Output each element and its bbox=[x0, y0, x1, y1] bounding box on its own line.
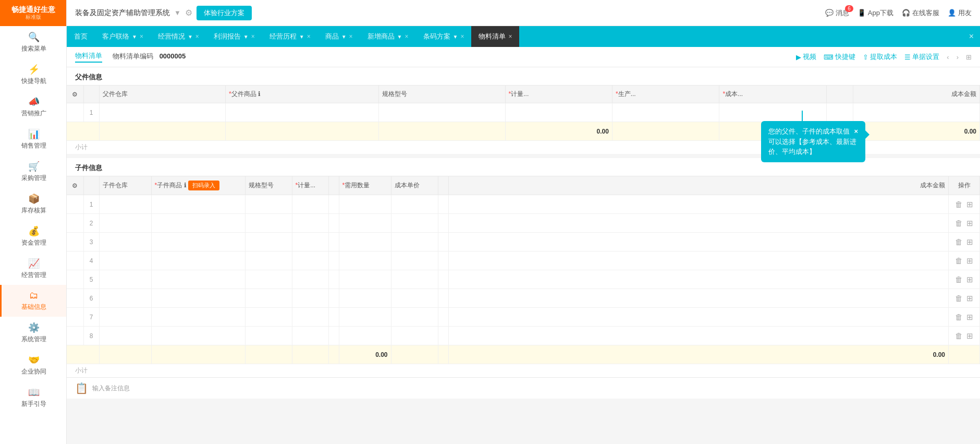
action-shortcut[interactable]: ⌨ 快捷键 bbox=[824, 52, 855, 62]
copy-row4-icon[interactable]: ⊞ bbox=[966, 256, 973, 265]
parent-col-sort bbox=[826, 86, 853, 103]
child-section: 子件信息 ⚙ 子件仓库 *子件商品 ℹ 扫码录入 规格型号 *计量... bbox=[67, 158, 980, 377]
sidebar-item-corp[interactable]: 🤝 企业协同 bbox=[0, 349, 66, 381]
tab-customer[interactable]: 客户联络 ▼ × bbox=[95, 26, 151, 47]
sub-tab-list[interactable]: 物料清单 bbox=[75, 51, 102, 63]
tooltip-close-button[interactable]: × bbox=[854, 126, 858, 137]
copy-row8-icon[interactable]: ⊞ bbox=[966, 331, 973, 340]
parent-row1-extra bbox=[826, 103, 853, 122]
sidebar-item-basic[interactable]: 🗂 基础信息 bbox=[0, 285, 66, 317]
logo-text: 畅捷通好生意 bbox=[11, 5, 55, 14]
parent-row1-cost[interactable] bbox=[719, 103, 826, 122]
grid-view-icon[interactable]: ⊞ bbox=[966, 53, 972, 61]
service-icon: 🎧 bbox=[902, 9, 910, 17]
copy-row5-icon[interactable]: ⊞ bbox=[966, 275, 973, 284]
user-item[interactable]: 👤 用友 bbox=[948, 8, 972, 18]
sidebar-item-finance[interactable]: 💰 资金管理 bbox=[0, 220, 66, 253]
nav-prev-icon[interactable]: ‹ bbox=[947, 53, 949, 61]
child-subtotal-text: 小计 bbox=[75, 367, 88, 374]
sidebar-item-label: 企业协同 bbox=[21, 367, 46, 376]
sidebar-item-system[interactable]: ⚙️ 系统管理 bbox=[0, 317, 66, 349]
child-col-amount: 成本金额 bbox=[448, 176, 949, 195]
action-extract-cost[interactable]: ⇧ 提取成本 bbox=[863, 52, 897, 62]
copy-row6-icon[interactable]: ⊞ bbox=[966, 294, 973, 303]
delete-row2-icon[interactable]: 🗑 bbox=[955, 219, 963, 227]
delete-row4-icon[interactable]: 🗑 bbox=[955, 256, 963, 265]
parent-row1-spec[interactable] bbox=[379, 103, 505, 122]
child-col-spec: 规格型号 bbox=[245, 176, 292, 195]
scan-input-button[interactable]: 扫码录入 bbox=[188, 181, 219, 190]
sub-header: 物料清单 物料清单编码 0000005 ▶ 视频 ⌨ 快捷键 ⇧ 提取成本 bbox=[67, 47, 980, 67]
child-col-qty: *需用数量 bbox=[339, 176, 391, 195]
sub-header-actions: ▶ 视频 ⌨ 快捷键 ⇧ 提取成本 ☰ 单据设置 ‹ › ⊞ bbox=[796, 52, 972, 62]
action-single-settings[interactable]: ☰ 单据设置 bbox=[904, 52, 939, 62]
tab-history-label: 经营历程 bbox=[270, 32, 297, 41]
sub-tab-edit-label[interactable]: 物料清单编码 bbox=[113, 52, 153, 60]
sidebar-item-purchase[interactable]: 🛒 采购管理 bbox=[0, 155, 66, 188]
tab-customer-close[interactable]: × bbox=[140, 33, 143, 40]
tab-history-close[interactable]: × bbox=[307, 33, 311, 40]
copy-row2-icon[interactable]: ⊞ bbox=[966, 219, 973, 227]
parent-row1-warehouse[interactable] bbox=[99, 103, 225, 122]
tab-history[interactable]: 经营历程 ▼ × bbox=[262, 26, 318, 47]
sidebar-item-sales[interactable]: 📊 销售管理 bbox=[0, 123, 66, 155]
tab-new-goods[interactable]: 新增商品 ▼ × bbox=[360, 26, 416, 47]
sidebar-item-inventory[interactable]: 📦 库存核算 bbox=[0, 188, 66, 220]
delete-row3-icon[interactable]: 🗑 bbox=[955, 237, 963, 246]
tab-profit[interactable]: 利润报告 ▼ × bbox=[206, 26, 262, 47]
trial-button[interactable]: 体验行业方案 bbox=[197, 6, 252, 20]
child-col-unit-cost: 成本单价 bbox=[391, 176, 438, 195]
online-service-item[interactable]: 🎧 在线客服 bbox=[902, 8, 939, 18]
bottom-bar: 📋 输入备注信息 bbox=[67, 377, 980, 399]
tab-home[interactable]: 首页 bbox=[67, 26, 95, 47]
tooltip-popup: × 您的父件、子件的成本取值可以选择【参考成本、最新进价、平均成本】 bbox=[761, 121, 865, 162]
parent-row1-goods[interactable] bbox=[225, 103, 378, 122]
tab-goods-close[interactable]: × bbox=[349, 33, 353, 40]
nav-next-icon[interactable]: › bbox=[957, 53, 959, 61]
notes-hint[interactable]: 输入备注信息 bbox=[92, 384, 130, 393]
inventory-icon: 📦 bbox=[28, 193, 40, 205]
settings-icon[interactable]: ⚙ bbox=[185, 8, 192, 18]
sidebar-item-marketing[interactable]: 📣 营销推广 bbox=[0, 91, 66, 123]
copy-row3-icon[interactable]: ⊞ bbox=[966, 237, 973, 246]
tab-barcode-close[interactable]: × bbox=[460, 33, 464, 40]
online-service-label: 在线客服 bbox=[912, 8, 939, 18]
sidebar-item-label: 资金管理 bbox=[21, 238, 46, 247]
parent-row1-unit[interactable] bbox=[505, 103, 612, 122]
delete-row1-icon[interactable]: 🗑 bbox=[955, 200, 963, 209]
copy-row1-icon[interactable]: ⊞ bbox=[966, 200, 973, 209]
action-view[interactable]: ▶ 视频 bbox=[796, 52, 816, 62]
parent-row1-amount bbox=[853, 103, 980, 122]
sidebar-item-quick[interactable]: ⚡ 快捷导航 bbox=[0, 58, 66, 91]
notes-icon: 📋 bbox=[75, 382, 88, 394]
message-item[interactable]: 💬 消息 6 bbox=[825, 8, 849, 18]
tab-bom[interactable]: 物料清单 × bbox=[471, 26, 519, 47]
copy-row7-icon[interactable]: ⊞ bbox=[966, 313, 973, 321]
delete-row6-icon[interactable]: 🗑 bbox=[955, 294, 963, 303]
delete-row5-icon[interactable]: 🗑 bbox=[955, 275, 963, 284]
parent-row1-produce[interactable] bbox=[612, 103, 719, 122]
tab-goods[interactable]: 商品 ▼ × bbox=[318, 26, 360, 47]
delete-row8-icon[interactable]: 🗑 bbox=[955, 331, 963, 340]
child-col-extra bbox=[328, 176, 339, 195]
child-subtotal-c3 bbox=[245, 345, 292, 364]
tab-profit-close[interactable]: × bbox=[251, 33, 255, 40]
sidebar-item-operations[interactable]: 📈 经营管理 bbox=[0, 253, 66, 285]
tab-operations-status[interactable]: 经营情况 ▼ × bbox=[151, 26, 206, 47]
tab-new-goods-close[interactable]: × bbox=[405, 33, 409, 40]
sidebar-item-guide[interactable]: 📖 新手引导 bbox=[0, 381, 66, 414]
sidebar-item-search[interactable]: 🔍 搜索菜单 bbox=[0, 26, 66, 58]
child-row-4: 4 🗑 ⊞ bbox=[67, 251, 980, 270]
sidebar-item-label: 营销推广 bbox=[21, 109, 46, 118]
tab-barcode[interactable]: 条码方案 ▼ × bbox=[416, 26, 472, 47]
tab-ops-close[interactable]: × bbox=[195, 33, 199, 40]
close-all-tabs[interactable]: × bbox=[963, 32, 980, 41]
delete-row7-icon[interactable]: 🗑 bbox=[955, 313, 963, 321]
parent-col-produce: *生产... bbox=[612, 86, 719, 103]
dropdown-arrow-icon[interactable]: ▼ bbox=[174, 9, 181, 17]
tab-ops-arrow: ▼ bbox=[188, 34, 193, 40]
child-subtotal-c5 bbox=[328, 345, 339, 364]
tab-bom-close[interactable]: × bbox=[508, 33, 512, 40]
nav-tabs: 首页 客户联络 ▼ × 经营情况 ▼ × 利润报告 ▼ × 经营历程 ▼ × 商… bbox=[67, 26, 980, 47]
app-download-item[interactable]: 📱 App下载 bbox=[858, 8, 893, 18]
